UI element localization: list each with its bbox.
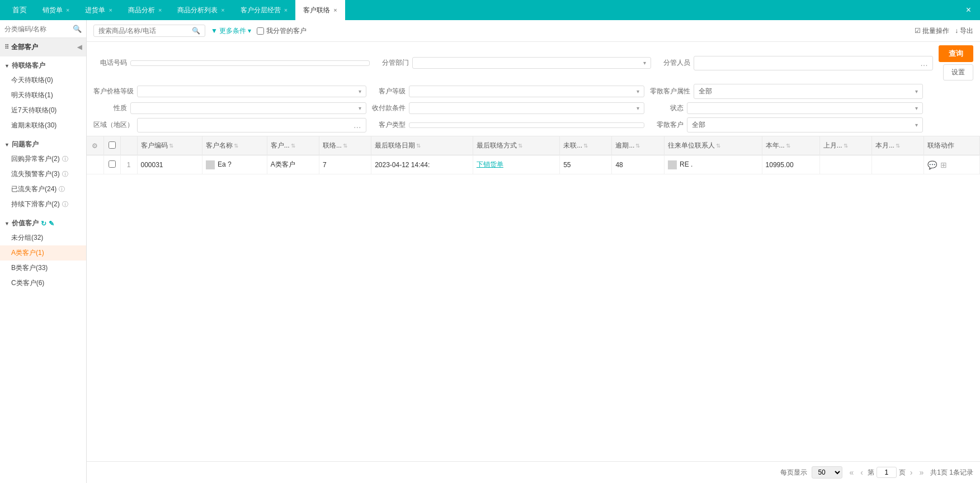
more-filters-btn[interactable]: ▼ 更多条件 ▾ — [211, 26, 251, 36]
col-lastmonth-header[interactable]: 上月...⇅ — [819, 136, 871, 155]
group-title-value[interactable]: ▼ 价值客户 ↻ ✎ — [0, 216, 86, 230]
group-value-customers: ▼ 价值客户 ↻ ✎ 未分组(32) A类客户(1) B类客户(33) C类客户… — [0, 214, 86, 293]
group-title-pending[interactable]: ▼ 待联络客户 — [0, 59, 86, 73]
sidebar-search-input[interactable] — [4, 25, 70, 33]
sidebar-item-declining[interactable]: 持续下滑客户(2) ⓘ — [0, 197, 86, 212]
sidebar-item-repurchase-anomaly[interactable]: 回购异常客户(2) ⓘ — [0, 151, 86, 167]
export-btn[interactable]: ↓ 导出 — [955, 26, 973, 36]
sidebar-item-7days[interactable]: 近7天待联络(0) — [0, 103, 86, 118]
sidebar-item-ungrouped[interactable]: 未分组(32) — [0, 230, 86, 245]
query-button[interactable]: 查询 — [939, 45, 973, 62]
label-dept: 分管部门 — [375, 58, 409, 68]
col-yearamount-header[interactable]: 本年...⇅ — [762, 136, 819, 155]
col-check-header[interactable] — [103, 136, 120, 155]
sidebar-item-class-b[interactable]: B类客户(33) — [0, 261, 86, 276]
sidebar-item-class-c[interactable]: C类客户(6) — [0, 276, 86, 291]
dots-manager[interactable]: … — [920, 59, 928, 68]
input-region[interactable]: … — [137, 118, 366, 132]
input-payment[interactable]: ▾ — [409, 102, 645, 114]
batch-ops-btn[interactable]: ☑ 批量操作 — [915, 26, 949, 36]
row-type: A类客户 — [267, 155, 319, 174]
row-contact: 7 — [319, 155, 371, 174]
close-tab-purchase[interactable]: × — [109, 7, 112, 13]
sidebar-item-loss-warning[interactable]: 流失预警客户(3) ⓘ — [0, 167, 86, 182]
row-lastmethod[interactable]: 下销货单 — [473, 155, 559, 174]
label-customer-level: 客户等级 — [372, 87, 406, 96]
my-customers-checkbox[interactable]: 我分管的客户 — [257, 26, 307, 36]
col-contact-header[interactable]: 联络...⇅ — [319, 136, 371, 155]
sidebar-item-class-a[interactable]: A类客户(1) — [0, 245, 86, 261]
field-dept: 分管部门 ▾ — [375, 57, 652, 69]
sidebar-item-today[interactable]: 今天待联络(0) — [0, 73, 86, 88]
adv-filter-row-2: 客户价格等级 ▾ 客户等级 ▾ 零散客户属性 全部 — [93, 84, 973, 99]
nav-tab-customer-tier[interactable]: 客户分层经营 × — [233, 0, 295, 20]
window-close-button[interactable]: × — [962, 5, 976, 15]
info-icon-loss-warning: ⓘ — [62, 170, 68, 178]
input-customer-type[interactable] — [409, 122, 645, 128]
page-num-input[interactable] — [877, 467, 897, 478]
filter-icon: ▼ — [211, 27, 218, 35]
close-tab-analysis[interactable]: × — [158, 7, 162, 13]
nav-home[interactable]: 首页 — [4, 0, 35, 20]
col-contactperson-header[interactable]: 往来单位联系人⇅ — [664, 136, 762, 155]
edit-value-icon[interactable]: ✎ — [49, 220, 54, 228]
sidebar-item-overdue[interactable]: 逾期未联络(30) — [0, 118, 86, 133]
col-name-header[interactable]: 客户名称⇅ — [202, 136, 267, 155]
col-notcontact-header[interactable]: 未联...⇅ — [560, 136, 612, 155]
settings-button[interactable]: 设置 — [943, 64, 973, 80]
input-scatter-customer[interactable]: 全部 ▾ — [687, 117, 923, 132]
row-action-message[interactable]: 💬 — [927, 160, 937, 169]
group-title-problem[interactable]: ▼ 问题客户 — [0, 138, 86, 151]
close-tab-salesorder[interactable]: × — [66, 7, 69, 13]
nav-tab-analysis-list[interactable]: 商品分析列表 × — [169, 0, 232, 20]
nav-tab-salesorder[interactable]: 销货单 × — [35, 0, 77, 20]
input-status[interactable]: ▾ — [687, 102, 923, 114]
nav-tab-customer-contact[interactable]: 客户联络 × — [295, 0, 345, 20]
my-customers-check[interactable] — [257, 27, 264, 35]
top-nav: 首页 销货单 × 进货单 × 商品分析 × 商品分析列表 × 客户分层经营 × … — [0, 0, 980, 20]
col-lastmethod-header[interactable]: 最后联络方式⇅ — [473, 136, 559, 155]
refresh-value-icon[interactable]: ↻ — [41, 220, 46, 228]
input-price-level[interactable]: ▾ — [137, 86, 366, 97]
col-type-header[interactable]: 客户...⇅ — [267, 136, 319, 155]
input-phone[interactable] — [130, 60, 370, 66]
close-tab-customer-contact[interactable]: × — [333, 7, 337, 13]
group-problem-customers: ▼ 问题客户 回购异常客户(2) ⓘ 流失预警客户(3) ⓘ 已流失客户(24)… — [0, 135, 86, 214]
collapse-sidebar-icon: ◀ — [77, 44, 82, 51]
col-overdue-header[interactable]: 逾期...⇅ — [612, 136, 664, 155]
col-lastdate-header[interactable]: 最后联络日期⇅ — [371, 136, 473, 155]
all-customers-header[interactable]: ⠿ 全部客户 ◀ — [0, 38, 86, 56]
sidebar-item-tomorrow[interactable]: 明天待联络(1) — [0, 88, 86, 103]
close-tab-analysis-list[interactable]: × — [221, 7, 224, 13]
row-check[interactable] — [103, 155, 120, 174]
sidebar-item-lost[interactable]: 已流失客户(24) ⓘ — [0, 182, 86, 197]
page-size-select[interactable]: 50 100 200 — [812, 466, 842, 479]
select-all-checkbox[interactable] — [109, 141, 116, 149]
last-page-btn[interactable]: » — [917, 467, 926, 478]
row-action-more[interactable]: ⊞ — [940, 160, 947, 169]
input-customer-level[interactable]: ▾ — [409, 86, 645, 97]
dots-region[interactable]: … — [354, 121, 361, 130]
col-thismonth-header[interactable]: 本月...⇅ — [871, 136, 924, 155]
next-page-btn[interactable]: › — [908, 467, 915, 478]
prev-page-btn[interactable]: ‹ — [858, 467, 865, 478]
col-code-header[interactable]: 客户编码⇅ — [137, 136, 202, 155]
adv-filter-row-4: 区域（地区） … 客户类型 零散客户 全部 ▾ — [93, 117, 973, 132]
field-payment: 收付款条件 ▾ — [372, 102, 645, 114]
field-manager: 分管人员 … — [657, 56, 933, 70]
nav-tab-purchase[interactable]: 进货单 × — [77, 0, 120, 20]
sidebar-search-icon[interactable]: 🔍 — [73, 25, 82, 33]
col-gear-header[interactable]: ⚙ — [87, 136, 103, 155]
nav-tab-analysis[interactable]: 商品分析 × — [120, 0, 169, 20]
row-checkbox[interactable] — [109, 160, 116, 168]
filter-search-input[interactable] — [98, 27, 190, 35]
input-dept[interactable]: ▾ — [412, 57, 652, 69]
input-nature[interactable]: ▾ — [130, 102, 366, 114]
input-manager[interactable]: … — [694, 56, 933, 70]
input-scatter-attr[interactable]: 全部 ▾ — [694, 84, 923, 99]
page-label: 第 — [868, 468, 874, 477]
page-of-label: 页 — [899, 468, 906, 477]
close-tab-customer-tier[interactable]: × — [284, 7, 288, 13]
filter-search-icon[interactable]: 🔍 — [192, 27, 200, 35]
first-page-btn[interactable]: « — [847, 467, 856, 478]
